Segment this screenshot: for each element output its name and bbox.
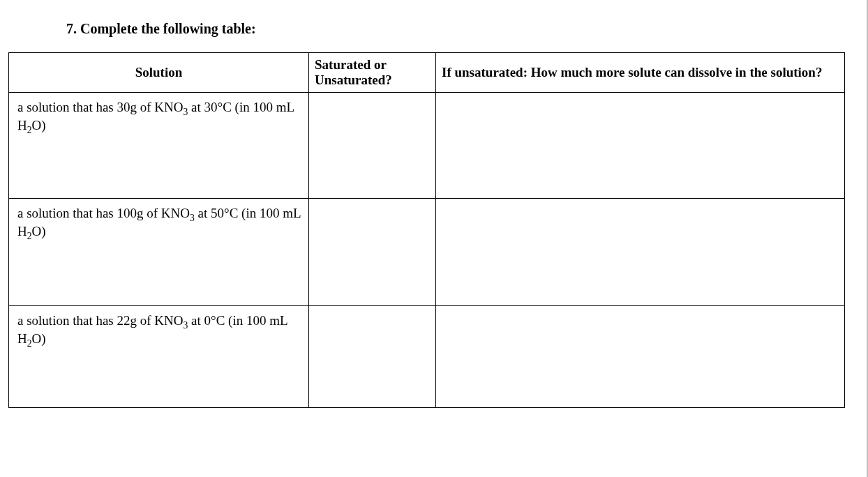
- question-heading: 7. Complete the following table:: [66, 21, 861, 37]
- solution-text-prefix: a solution that has 100g of KNO: [17, 206, 190, 220]
- solution-text-prefix: a solution that has 22g of KNO: [17, 313, 183, 328]
- solution-table: Solution Saturated or Unsaturated? If un…: [8, 52, 845, 408]
- subscript: 2: [27, 231, 32, 241]
- cell-saturated[interactable]: [309, 306, 436, 408]
- solution-text-suffix: O): [32, 224, 46, 238]
- subscript: 3: [190, 213, 195, 223]
- cell-solution: a solution that has 100g of KNO3 at 50°C…: [9, 199, 309, 306]
- header-saturated: Saturated or Unsaturated?: [309, 53, 436, 93]
- header-solution: Solution: [9, 53, 309, 93]
- cell-saturated[interactable]: [309, 93, 436, 199]
- cell-solution: a solution that has 22g of KNO3 at 0°C (…: [9, 306, 309, 408]
- table-row: a solution that has 30g of KNO3 at 30°C …: [9, 93, 845, 199]
- cell-more[interactable]: [436, 306, 845, 408]
- cell-more[interactable]: [436, 93, 845, 199]
- table-header-row: Solution Saturated or Unsaturated? If un…: [9, 53, 845, 93]
- header-more: If unsaturated: How much more solute can…: [436, 53, 845, 93]
- question-number: 7.: [66, 21, 77, 36]
- table-row: a solution that has 22g of KNO3 at 0°C (…: [9, 306, 845, 408]
- solution-text-suffix: O): [32, 118, 46, 132]
- subscript: 2: [27, 125, 32, 135]
- cell-solution: a solution that has 30g of KNO3 at 30°C …: [9, 93, 309, 199]
- subscript: 2: [27, 338, 32, 349]
- table-row: a solution that has 100g of KNO3 at 50°C…: [9, 199, 845, 306]
- question-prompt: Complete the following table:: [80, 21, 256, 36]
- solution-text-suffix: O): [32, 331, 46, 346]
- solution-text-prefix: a solution that has 30g of KNO: [17, 100, 183, 114]
- cell-more[interactable]: [436, 199, 845, 306]
- cell-saturated[interactable]: [309, 199, 436, 306]
